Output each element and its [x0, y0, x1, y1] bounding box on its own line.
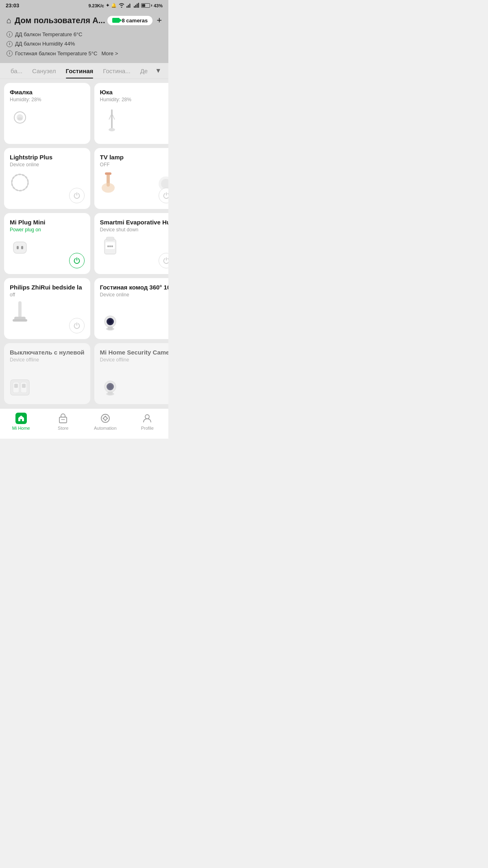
- alarm-icon: 🔔: [111, 3, 117, 8]
- device-card-smartmi[interactable]: Smartmi Evaporative Hur Device shut down…: [94, 213, 168, 274]
- status-right: 9.23K/с ✦ 🔔 43%: [88, 3, 163, 9]
- status-bar: 23:03 9.23K/с ✦ 🔔 43%: [0, 0, 168, 11]
- device-image: [100, 377, 120, 398]
- nav-item-store[interactable]: Store: [49, 413, 77, 431]
- svg-rect-0: [126, 6, 128, 8]
- svg-rect-29: [18, 301, 22, 318]
- info-text-3: Гостиная балкон Temperature 5°С: [15, 49, 97, 58]
- info-row-3: i Гостиная балкон Temperature 5°С More >: [7, 49, 162, 58]
- svg-rect-10: [17, 117, 22, 120]
- device-name: Lightstrip Plus: [10, 154, 85, 161]
- info-row-1: i ДД балкон Temperature 6°С: [7, 30, 162, 39]
- device-status: Device offline: [10, 357, 85, 363]
- svg-point-53: [102, 418, 104, 419]
- app-header: ⌂ Дом пользователя А... 8 cameras + i ДД…: [0, 11, 168, 63]
- svg-rect-47: [59, 417, 67, 423]
- power-button[interactable]: [69, 253, 85, 268]
- nav-item-mihome[interactable]: Mi Home: [7, 413, 35, 431]
- device-card-philips[interactable]: Philips ZhiRui bedside la off: [4, 278, 90, 339]
- device-status: Humidity: 28%: [10, 97, 85, 102]
- cameras-badge[interactable]: 8 cameras: [107, 16, 153, 25]
- svg-rect-6: [137, 4, 138, 8]
- device-name: Mi Plug Mini: [10, 219, 85, 226]
- svg-rect-24: [21, 246, 23, 249]
- svg-rect-5: [135, 5, 136, 8]
- info-icon-1: i: [7, 31, 13, 37]
- nav-item-profile[interactable]: Profile: [133, 413, 161, 431]
- svg-point-54: [107, 418, 108, 419]
- svg-rect-1: [128, 5, 129, 8]
- svg-rect-23: [17, 246, 19, 249]
- device-image: [10, 172, 30, 193]
- device-name: Фиалка: [10, 89, 85, 96]
- device-name: Гостиная комод 360° 108: [100, 284, 168, 291]
- add-device-button[interactable]: +: [157, 15, 162, 26]
- svg-point-50: [104, 417, 107, 420]
- device-card-securitycam[interactable]: Mi Home Security Camer Device offline: [94, 343, 168, 404]
- info-row-2: i ДД балкон Humidity 44%: [7, 39, 162, 48]
- device-name: Юка: [100, 89, 168, 96]
- device-status: Device online: [100, 292, 168, 298]
- device-status: Device online: [10, 162, 85, 168]
- device-image: [100, 312, 120, 333]
- device-card-tvlamp[interactable]: TV lamp OFF: [94, 148, 168, 209]
- device-card-fialka[interactable]: Фиалка Humidity: 28%: [4, 83, 90, 144]
- signal2-icon: [134, 3, 139, 9]
- more-link[interactable]: More >: [101, 49, 118, 58]
- tab-gostinaya2[interactable]: Гостина...: [98, 63, 135, 78]
- svg-point-34: [108, 320, 112, 324]
- tab-gostinaya[interactable]: Гостиная: [61, 63, 98, 78]
- nav-label-automation: Automation: [94, 426, 117, 431]
- power-button[interactable]: [159, 253, 168, 268]
- device-grid: Фиалка Humidity: 28% Юка Humidity: 28% L…: [0, 79, 168, 408]
- home-title: Дом пользователя А...: [15, 16, 105, 25]
- info-icon-3: i: [7, 50, 13, 57]
- svg-rect-41: [22, 384, 26, 388]
- svg-rect-36: [108, 326, 113, 330]
- info-text-2: ДД балкон Humidity 44%: [15, 39, 75, 48]
- svg-point-52: [105, 420, 106, 421]
- camera-badge-icon: [112, 18, 120, 23]
- nav-item-automation[interactable]: Automation: [91, 413, 120, 431]
- svg-rect-2: [129, 4, 131, 8]
- device-status: Device offline: [100, 357, 168, 363]
- device-image: [98, 173, 119, 194]
- profile-icon: [142, 413, 153, 424]
- device-image: [10, 237, 30, 258]
- svg-rect-26: [106, 237, 114, 240]
- nav-label-store: Store: [58, 426, 68, 431]
- device-card-switch[interactable]: Выключатель с нулевой Device offline: [4, 343, 90, 404]
- bottom-navigation: Mi Home Store Automation: [0, 408, 168, 439]
- device-card-miplug[interactable]: Mi Plug Mini Power plug on: [4, 213, 90, 274]
- svg-rect-4: [134, 6, 135, 8]
- nav-label-profile: Profile: [141, 426, 154, 431]
- power-button[interactable]: [69, 188, 85, 203]
- cameras-count: 8 cameras: [122, 17, 148, 24]
- device-card-lightstrip[interactable]: Lightstrip Plus Device online: [4, 148, 90, 209]
- device-name: Philips ZhiRui bedside la: [10, 284, 85, 291]
- nav-label-mihome: Mi Home: [12, 426, 30, 431]
- svg-point-12: [109, 128, 115, 131]
- svg-rect-22: [13, 242, 26, 253]
- svg-rect-19: [105, 172, 111, 175]
- header-top: ⌂ Дом пользователя А... 8 cameras +: [7, 15, 162, 26]
- tabs-expand-button[interactable]: ▼: [152, 63, 164, 78]
- device-image: [10, 107, 30, 128]
- device-card-camera360[interactable]: Гостиная комод 360° 108 Device online: [94, 278, 168, 339]
- battery-percent: 43%: [154, 3, 163, 8]
- mihome-icon: [15, 413, 27, 424]
- tab-balcony[interactable]: ба...: [6, 63, 27, 78]
- automation-icon: [100, 413, 111, 424]
- tab-sanuzal[interactable]: Санузел: [27, 63, 61, 78]
- svg-rect-40: [14, 384, 18, 388]
- bluetooth-icon: ✦: [106, 3, 109, 8]
- svg-point-44: [108, 385, 112, 389]
- device-image: [102, 111, 122, 132]
- device-name: Mi Home Security Camer: [100, 349, 168, 356]
- device-status: off: [10, 292, 85, 298]
- device-card-yuka[interactable]: Юка Humidity: 28%: [94, 83, 168, 144]
- power-button[interactable]: [69, 318, 85, 333]
- tab-de[interactable]: Де: [135, 63, 153, 78]
- svg-point-55: [145, 415, 149, 419]
- device-status: Device shut down: [100, 227, 168, 233]
